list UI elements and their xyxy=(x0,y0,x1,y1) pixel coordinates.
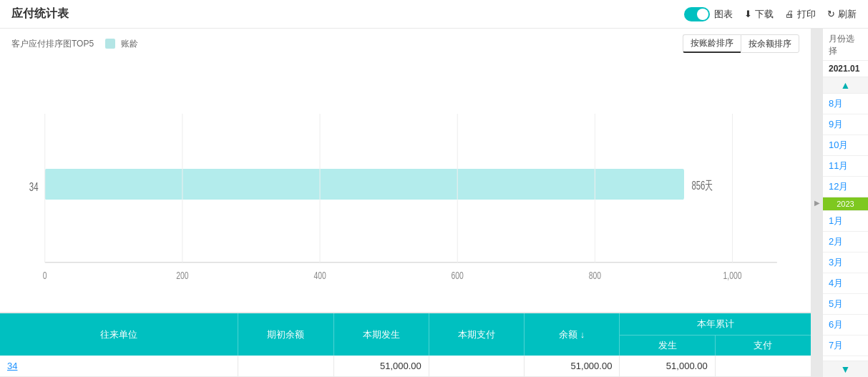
th-ytd-group: 本年累计 发生 支付 xyxy=(620,313,811,356)
th-balance-main: 余额 ↓ xyxy=(525,313,620,356)
th-cur-occur-main: 本期发生 xyxy=(334,313,429,356)
td-unit: 34 xyxy=(0,356,238,376)
download-label: 下载 xyxy=(755,8,774,21)
table-header-main: 往来单位 期初余额 本期发生 本期支付 余额 ↓ 本年累计 发生 支付 xyxy=(0,313,811,356)
sidebar-month-5[interactable]: 5月 xyxy=(823,294,868,315)
sidebar-collapse-arrow[interactable]: ▶ xyxy=(811,29,823,377)
legend-label: 账龄 xyxy=(121,38,138,50)
print-label: 打印 xyxy=(797,8,816,21)
sidebar-month-12[interactable]: 12月 xyxy=(823,177,868,197)
sort-by-balance-button[interactable]: 按账龄排序 xyxy=(683,34,741,53)
th-opening-main: 期初余额 xyxy=(238,313,333,356)
svg-text:600: 600 xyxy=(452,269,464,282)
sidebar-month-10[interactable]: 10月 xyxy=(823,135,868,156)
legend-color-box xyxy=(105,39,115,49)
svg-text:0: 0 xyxy=(43,269,47,282)
page-title: 应付统计表 xyxy=(11,6,69,21)
sidebar-month-11[interactable]: 11月 xyxy=(823,156,868,177)
td-unit-link[interactable]: 34 xyxy=(7,361,17,371)
svg-text:200: 200 xyxy=(176,269,188,282)
sidebar-month-1[interactable]: 1月 xyxy=(823,211,868,232)
chart-title: 客户应付排序图TOP5 xyxy=(11,38,94,50)
td-opening xyxy=(238,356,333,376)
sidebar-month-3[interactable]: 3月 xyxy=(823,253,868,273)
td-ytd-pay xyxy=(716,356,811,376)
sidebar: ▶ 月份选择 2021.01 ▲ 8月 9月 10月 11月 12月 2023 … xyxy=(811,29,868,377)
chart-toggle-wrap: 图表 xyxy=(684,7,733,21)
sidebar-month-7[interactable]: 7月 xyxy=(823,336,868,356)
print-button[interactable]: 🖨 打印 xyxy=(785,8,816,21)
chart-svg: 34 856天 0 200 400 600 800 1,000 xyxy=(11,59,799,312)
sidebar-year-input[interactable]: 2021.01 xyxy=(823,61,868,77)
sidebar-title: 月份选择 xyxy=(823,29,868,61)
sidebar-nav-up-button[interactable]: ▲ xyxy=(823,77,868,94)
sidebar-months: 8月 9月 10月 11月 12月 2023 1月 2月 3月 4月 5月 6月… xyxy=(823,94,868,361)
sidebar-content: 月份选择 2021.01 ▲ 8月 9月 10月 11月 12月 2023 1月… xyxy=(823,29,868,377)
table-row: 34 51,000.00 51,000.00 51,000.00 xyxy=(0,356,811,377)
td-balance: 51,000.00 xyxy=(525,356,620,376)
td-ytd-occur: 51,000.00 xyxy=(620,356,715,376)
toggle-knob xyxy=(697,9,708,20)
svg-text:856天: 856天 xyxy=(691,179,713,192)
header: 应付统计表 图表 ⬇ 下载 🖨 打印 ↻ 刷新 xyxy=(0,0,868,29)
legend-area: 客户应付排序图TOP5 账龄 xyxy=(11,38,138,50)
svg-text:800: 800 xyxy=(589,269,601,282)
sidebar-month-8[interactable]: 8月 xyxy=(823,94,868,114)
chart-section: 客户应付排序图TOP5 账龄 按账龄排序 按余额排序 34 856天 xyxy=(0,29,811,377)
download-icon: ⬇ xyxy=(744,9,752,19)
sidebar-year-2023[interactable]: 2023 xyxy=(823,197,868,211)
page-container: 应付统计表 图表 ⬇ 下载 🖨 打印 ↻ 刷新 xyxy=(0,0,868,377)
print-icon: 🖨 xyxy=(785,9,794,19)
chart-container: 34 856天 0 200 400 600 800 1,000 xyxy=(0,59,811,312)
sidebar-month-4[interactable]: 4月 xyxy=(823,273,868,294)
svg-text:34: 34 xyxy=(29,180,39,193)
td-current-occur: 51,000.00 xyxy=(334,356,429,376)
td-current-pay xyxy=(429,356,525,376)
svg-text:400: 400 xyxy=(313,269,326,282)
refresh-icon: ↻ xyxy=(827,9,835,19)
chart-bar xyxy=(45,169,684,200)
sidebar-month-2[interactable]: 2月 xyxy=(823,232,868,253)
sidebar-month-6[interactable]: 6月 xyxy=(823,315,868,336)
th-cur-pay-main: 本期支付 xyxy=(429,313,525,356)
sidebar-nav-down-button[interactable]: ▼ xyxy=(823,361,868,377)
chart-toggle[interactable] xyxy=(684,7,710,21)
svg-text:1,000: 1,000 xyxy=(723,269,742,282)
main-area: 客户应付排序图TOP5 账龄 按账龄排序 按余额排序 34 856天 xyxy=(0,29,868,377)
sidebar-month-9[interactable]: 9月 xyxy=(823,114,868,135)
th-unit-main: 往来单位 xyxy=(0,313,238,356)
table-section: 往来单位 期初余额 本期发生 本期支付 余额 ↓ 本年累计 发生 支付 34 5… xyxy=(0,312,811,377)
chart-header: 客户应付排序图TOP5 账龄 按账龄排序 按余额排序 xyxy=(0,29,811,59)
download-button[interactable]: ⬇ 下载 xyxy=(744,8,774,21)
sort-by-amount-button[interactable]: 按余额排序 xyxy=(741,34,799,53)
refresh-button[interactable]: ↻ 刷新 xyxy=(827,8,857,21)
sort-buttons: 按账龄排序 按余额排序 xyxy=(683,34,799,53)
header-actions: 图表 ⬇ 下载 🖨 打印 ↻ 刷新 xyxy=(684,7,857,21)
refresh-label: 刷新 xyxy=(838,8,857,21)
chevron-right-icon: ▶ xyxy=(814,199,820,207)
chart-toggle-label: 图表 xyxy=(714,8,733,21)
